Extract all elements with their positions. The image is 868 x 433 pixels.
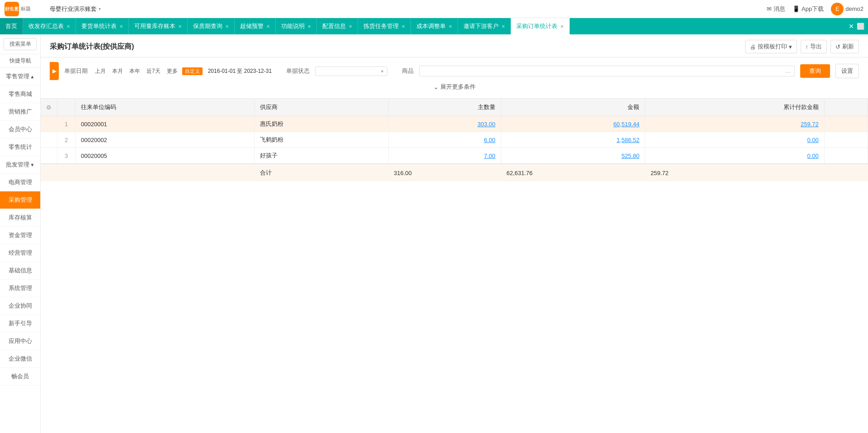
paid-amount-cell[interactable]: 259.72 xyxy=(645,116,824,132)
footer-extra xyxy=(824,164,868,181)
logo-icon: 好生意 xyxy=(5,2,19,16)
close-icon[interactable]: ✕ xyxy=(501,24,505,29)
toggle-filter-button[interactable]: ▶ xyxy=(50,62,59,80)
custom-badge[interactable]: 自定义 xyxy=(182,67,203,75)
sidebar-item-retail-stats[interactable]: 零售统计 xyxy=(0,138,40,156)
sidebar-item-system-mgmt[interactable]: 系统管理 xyxy=(0,280,40,297)
sidebar-item-capital-mgmt[interactable]: 资金管理 xyxy=(0,227,40,244)
amount-cell[interactable]: 1,586.52 xyxy=(501,132,645,148)
extra-cell xyxy=(824,132,868,148)
close-icon[interactable]: ✕ xyxy=(178,24,182,29)
tab-receive-summary[interactable]: 收发存汇总表 ✕ xyxy=(23,18,76,34)
sidebar-item-app-center[interactable]: 应用中心 xyxy=(0,333,40,350)
user-menu[interactable]: E demo2 xyxy=(831,3,863,15)
content-area: 采购订单统计表(按供应商) 🖨 按模板打印 ▾ ↑ 导出 ↺ 刷新 xyxy=(41,34,868,433)
tab-config-info[interactable]: 配置信息 ✕ xyxy=(317,18,358,34)
tab-function-desc[interactable]: 功能说明 ✕ xyxy=(276,18,317,34)
tab-purchase-summary[interactable]: 采购订单统计表 ✕ xyxy=(511,18,570,34)
extra-col-header xyxy=(824,99,868,116)
sidebar-item-retail-shop[interactable]: 零售商城 xyxy=(0,86,40,103)
date-range-display: 2016-01-01 至 2023-12-31 xyxy=(208,67,272,75)
header-actions: 🖨 按模板打印 ▾ ↑ 导出 ↺ 刷新 xyxy=(745,40,859,53)
org-name: 母婴行业演示账套 xyxy=(50,5,97,13)
supplier-code-cell: 00020002 xyxy=(75,132,255,148)
tab-cost-adjust[interactable]: 成本调整单 ✕ xyxy=(411,18,458,34)
table-header-row: ⚙ 往来单位编码 供应商 主数量 金额 累计付款金额 xyxy=(41,99,868,116)
last7days-btn[interactable]: 近7天 xyxy=(145,67,162,76)
tab-pick-task[interactable]: 拣货任务管理 ✕ xyxy=(358,18,411,34)
close-icon[interactable]: ✕ xyxy=(307,24,311,29)
logo-text: 标题 xyxy=(21,6,31,12)
main-qty-cell[interactable]: 6.00 xyxy=(388,132,501,148)
user-name: demo2 xyxy=(845,5,863,12)
tab-order-summary[interactable]: 要货单统计表 ✕ xyxy=(76,18,129,34)
close-icon[interactable]: ✕ xyxy=(66,24,70,29)
sidebar-item-purchase-mgmt[interactable]: 采购管理 xyxy=(0,191,40,209)
sidebar: 搜索菜单 快捷导航 零售管理 ▲ 零售商城 营销推广 会员中心 零售统计 批发管… xyxy=(0,34,41,433)
sidebar-item-new-guide[interactable]: 新手引导 xyxy=(0,315,40,333)
row-settings[interactable] xyxy=(41,132,57,148)
row-settings[interactable] xyxy=(41,148,57,164)
tab-expiry-query[interactable]: 保质期查询 ✕ xyxy=(188,18,235,34)
row-settings[interactable] xyxy=(41,116,57,132)
settings-col-header[interactable]: ⚙ xyxy=(41,99,57,116)
amount-cell[interactable]: 525.80 xyxy=(501,148,645,164)
chevron-down-icon: ▾ xyxy=(381,69,383,74)
close-icon[interactable]: ✕ xyxy=(448,24,452,29)
main-qty-cell[interactable]: 7.00 xyxy=(388,148,501,164)
sidebar-item-member[interactable]: 畅会员 xyxy=(0,368,40,385)
last-month-btn[interactable]: 上月 xyxy=(93,67,108,76)
amount-cell[interactable]: 60,519.44 xyxy=(501,116,645,132)
filter-row-1: ▶ 单据日期 上月 本月 本年 近7天 更多 自定义 2016-01-01 至 … xyxy=(50,62,859,80)
sidebar-quick-nav[interactable]: 快捷导航 xyxy=(0,54,40,68)
tab-invite-downstream[interactable]: 邀请下游客户 ✕ xyxy=(458,18,511,34)
sidebar-item-retail-mgmt[interactable]: 零售管理 ▲ xyxy=(0,68,40,86)
close-window-icon[interactable]: ✕ xyxy=(849,23,854,30)
footer-paid-amount: 259.72 xyxy=(645,164,824,181)
chevron-down-icon: ▾ xyxy=(99,6,101,11)
sidebar-item-inventory-check[interactable]: 库存核算 xyxy=(0,209,40,227)
paid-amount-cell[interactable]: 0.00 xyxy=(645,148,824,164)
query-button[interactable]: 查询 xyxy=(800,64,830,78)
maximize-icon[interactable]: ⬜ xyxy=(857,23,864,30)
tab-available-stock[interactable]: 可用量库存账本 ✕ xyxy=(129,18,188,34)
more-btn[interactable]: 更多 xyxy=(165,67,179,76)
amount-col-header: 金额 xyxy=(501,99,645,116)
close-icon[interactable]: ✕ xyxy=(266,24,270,29)
goods-input[interactable]: … xyxy=(419,66,795,76)
tab-home[interactable]: 首页 xyxy=(0,18,23,34)
sidebar-item-enterprise-collab[interactable]: 企业协同 xyxy=(0,297,40,315)
paid-amount-cell[interactable]: 0.00 xyxy=(645,132,824,148)
export-button[interactable]: ↑ 导出 xyxy=(801,40,827,53)
expand-more-conditions[interactable]: ⌄ 展开更多条件 xyxy=(434,83,476,91)
this-year-btn[interactable]: 本年 xyxy=(127,67,142,76)
close-icon[interactable]: ✕ xyxy=(225,24,229,29)
sidebar-item-ops-mgmt[interactable]: 经营管理 xyxy=(0,244,40,262)
refresh-button[interactable]: ↺ 刷新 xyxy=(830,40,859,53)
sidebar-item-marketing[interactable]: 营销推广 xyxy=(0,103,40,121)
sidebar-item-member-center[interactable]: 会员中心 xyxy=(0,121,40,138)
main-qty-cell[interactable]: 303.00 xyxy=(388,116,501,132)
search-menu-button[interactable]: 搜索菜单 xyxy=(4,38,37,50)
sidebar-item-enterprise-wechat[interactable]: 企业微信 xyxy=(0,350,40,368)
this-month-btn[interactable]: 本月 xyxy=(110,67,125,76)
app-download-button[interactable]: 📱 App下载 xyxy=(793,5,824,13)
close-icon[interactable]: ✕ xyxy=(560,24,564,29)
sidebar-item-basic-info[interactable]: 基础信息 xyxy=(0,262,40,280)
date-filter-label: 单据日期 xyxy=(64,67,88,75)
org-selector[interactable]: 母婴行业演示账套 ▾ xyxy=(50,5,101,13)
arrow-icon: ▲ xyxy=(30,74,35,79)
table-row: 2 00020002 飞鹤奶粉 6.00 1,586.52 0.00 xyxy=(41,132,868,148)
print-button[interactable]: 🖨 按模板打印 ▾ xyxy=(745,40,797,53)
close-icon[interactable]: ✕ xyxy=(349,24,352,29)
settings-button[interactable]: 设置 xyxy=(835,64,859,78)
close-icon[interactable]: ✕ xyxy=(401,24,405,29)
tab-overstock-warning[interactable]: 超储预警 ✕ xyxy=(235,18,276,34)
row-seq: 1 xyxy=(57,116,75,132)
sidebar-item-wholesale-mgmt[interactable]: 批发管理 ▼ xyxy=(0,156,40,174)
close-icon[interactable]: ✕ xyxy=(119,24,123,29)
sidebar-item-ecommerce-mgmt[interactable]: 电商管理 xyxy=(0,174,40,191)
message-button[interactable]: ✉ 消息 xyxy=(767,5,785,13)
message-icon: ✉ xyxy=(767,5,772,12)
status-select[interactable]: ▾ xyxy=(315,67,387,76)
